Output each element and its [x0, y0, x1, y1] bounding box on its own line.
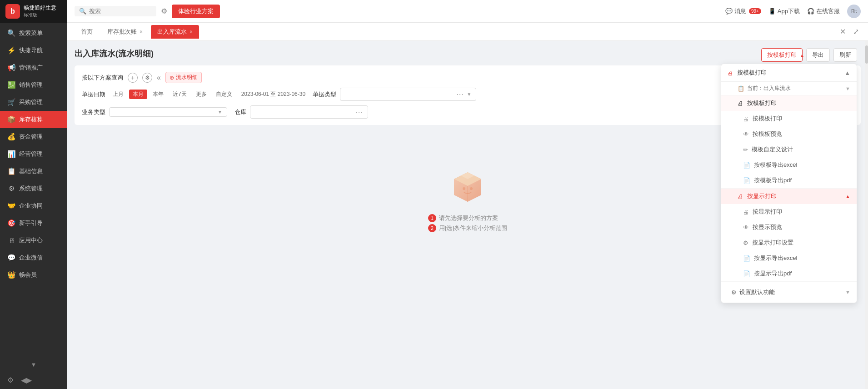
sidebar-item-inventory[interactable]: 📦 库存核算 — [0, 111, 67, 128]
display-print-header[interactable]: 🖨 按显示打印 ▲ — [721, 189, 857, 204]
display-section-collapse[interactable]: ▲ — [845, 194, 850, 199]
display-print-items: 🖨 按显示打印 👁 按显示预览 ⚙ 按显示打印设置 📄 按显示导出excel — [721, 204, 857, 281]
export-btn[interactable]: 导出 — [806, 48, 830, 62]
dropdown-header: 🖨 按模板打印 ▲ — [721, 64, 857, 82]
tab-in-out-flow-close[interactable]: × — [190, 29, 193, 35]
sidebar-item-guide[interactable]: 🎯 新手引导 — [0, 214, 67, 232]
message-btn[interactable]: 💬 消息 99+ — [725, 7, 761, 15]
sidebar-item-basic[interactable]: 📋 基础信息 — [0, 163, 67, 180]
right-scrollbar[interactable] — [865, 41, 868, 389]
sidebar-icon-sales: 💹 — [7, 81, 15, 89]
display-print-icon: 🖨 — [743, 209, 749, 215]
topbar-search-box[interactable]: 🔍 — [75, 6, 156, 16]
main-area: 🔍 ⚙ 体验行业方案 💬 消息 99+ 📱 App下载 🎧 在线客服 Rit — [67, 0, 868, 389]
print-template-btn[interactable]: 按模板打印 — [761, 48, 803, 62]
sidebar-label-member: 畅会员 — [19, 271, 37, 279]
sidebar-item-quick-nav[interactable]: ⚡ 快捷导航 — [0, 42, 67, 59]
shortcut-custom[interactable]: 自定义 — [212, 90, 236, 99]
refresh-btn[interactable]: 刷新 — [833, 48, 857, 62]
warehouse-group: 仓库 ⋯ — [234, 105, 368, 119]
sidebar-collapse-icon[interactable]: ◀▶ — [21, 376, 32, 384]
tab-batch-account[interactable]: 库存批次账 × — [101, 25, 149, 39]
display-pdf-icon: 📄 — [743, 270, 750, 277]
doc-type-select[interactable]: ⋯ ▼ — [340, 88, 476, 101]
sidebar-label-appstore: 应用中心 — [19, 236, 43, 244]
display-print-settings-item[interactable]: ⚙ 按显示打印设置 — [721, 235, 857, 250]
filter-collapse-btn[interactable]: « — [157, 74, 161, 82]
sidebar-item-wechat[interactable]: 💬 企业微信 — [0, 249, 67, 266]
display-preview-item[interactable]: 👁 按显示预览 — [721, 219, 857, 235]
display-export-pdf-item[interactable]: 📄 按显示导出pdf — [721, 266, 857, 281]
tab-home[interactable]: 首页 — [75, 25, 99, 39]
shortcut-this-year[interactable]: 本年 — [149, 90, 167, 99]
template-export-excel-item[interactable]: 📄 按模板导出excel — [721, 157, 857, 173]
filter-tag-liushui[interactable]: ⊕ 流水明细 — [165, 72, 202, 83]
sidebar-item-marketing[interactable]: 📢 营销推广 — [0, 59, 67, 76]
sidebar-item-finance[interactable]: 💰 资金管理 — [0, 128, 67, 145]
sidebar-label-basic: 基础信息 — [19, 167, 43, 175]
shortcut-more[interactable]: 更多 — [192, 90, 210, 99]
sidebar-label-system: 系统管理 — [19, 185, 43, 193]
online-service-btn[interactable]: 🎧 在线客服 — [807, 7, 840, 15]
dropdown-close-arrow[interactable]: ▲ — [844, 70, 850, 76]
sidebar-item-operation[interactable]: 📊 经营管理 — [0, 145, 67, 163]
sidebar-item-sales[interactable]: 💹 销售管理 — [0, 76, 67, 94]
template-pdf-icon: 📄 — [743, 177, 750, 184]
user-avatar[interactable]: Rit — [847, 5, 861, 18]
warehouse-select[interactable]: ⋯ — [250, 105, 368, 119]
display-print-item[interactable]: 🖨 按显示打印 — [721, 204, 857, 219]
template-preview-item[interactable]: 👁 按模板预览 — [721, 126, 857, 142]
sidebar-label-marketing: 营销推广 — [19, 64, 43, 72]
display-print-section: 🖨 按显示打印 ▲ 🖨 按显示打印 👁 按显示预览 ⚙ — [721, 189, 857, 282]
search-input[interactable] — [89, 8, 144, 15]
display-export-excel-item[interactable]: 📄 按显示导出excel — [721, 250, 857, 266]
template-section-title-row: 🖨 按模板打印 — [738, 99, 777, 107]
sidebar-item-appstore[interactable]: 🖥 应用中心 — [0, 232, 67, 249]
display-excel-icon: 📄 — [743, 255, 750, 262]
template-print-label: 按模板打印 — [753, 115, 782, 123]
date-filter-group: 单据日期 上月 本月 本年 近7天 更多 自定义 2023-06-01 至 20… — [82, 90, 305, 99]
sidebar-item-enterprise[interactable]: 🤝 企业协同 — [0, 197, 67, 214]
template-print-item[interactable]: 🖨 按模板打印 — [721, 111, 857, 126]
shortcut-last-month[interactable]: 上月 — [109, 90, 127, 99]
biz-type-group: 业务类型 ▼ — [82, 107, 227, 117]
svg-point-5 — [470, 187, 473, 190]
template-design-item[interactable]: ✏ 模板自定义设计 — [721, 142, 857, 157]
shortcut-this-month[interactable]: 本月 — [129, 90, 147, 99]
shortcut-7days[interactable]: 近7天 — [169, 90, 190, 99]
template-excel-icon: 📄 — [743, 162, 750, 169]
template-export-pdf-item[interactable]: 📄 按模板导出pdf — [721, 173, 857, 188]
doc-type-label: 单据类型 — [313, 90, 336, 99]
doc-type-group: 单据类型 ⋯ ▼ — [313, 88, 476, 101]
tab-in-out-flow[interactable]: 出入库流水 × — [151, 25, 199, 39]
sidebar-item-purchase[interactable]: 🛒 采购管理 — [0, 94, 67, 111]
sidebar-label-finance: 资金管理 — [19, 133, 43, 141]
empty-step-2: 2 用[选]条件来缩小分析范围 — [428, 224, 507, 232]
tab-expand-icon[interactable]: ⤢ — [851, 25, 861, 38]
sidebar-icon-system: ⚙ — [7, 185, 15, 193]
sidebar-scroll-down[interactable]: ▼ — [0, 359, 67, 371]
tab-minimize-icon[interactable]: ✕ — [838, 25, 848, 38]
sidebar-item-system[interactable]: ⚙ 系统管理 — [0, 180, 67, 197]
template-print-header[interactable]: 🖨 按模板打印 — [721, 95, 857, 111]
filter-add-btn[interactable]: + — [128, 73, 138, 83]
topbar-gear-icon[interactable]: ⚙ — [161, 7, 167, 15]
tab-batch-account-close[interactable]: × — [140, 29, 143, 35]
set-default-icon: ⚙ — [731, 289, 737, 296]
set-default-btn[interactable]: ⚙ 设置默认功能 — [728, 285, 778, 299]
print-dropdown-panel: 🖨 按模板打印 ▲ 📋 当前：出入库流水 ▼ 🖨 按模板打印 — [721, 64, 857, 303]
sidebar-icon-quick-nav: ⚡ — [7, 46, 15, 55]
sidebar-item-search[interactable]: 🔍 搜索菜单 — [0, 25, 67, 42]
date-shortcuts: 上月 本月 本年 近7天 更多 自定义 — [109, 90, 236, 99]
sidebar: b 畅捷通好生意 标准版 🔍 搜索菜单 ⚡ 快捷导航 📢 营销推广 💹 销售管理… — [0, 0, 67, 389]
headset-icon: 🎧 — [807, 8, 814, 15]
app-download-btn[interactable]: 📱 App下载 — [768, 7, 800, 15]
sidebar-settings-icon[interactable]: ⚙ — [7, 376, 14, 384]
svg-point-4 — [463, 187, 465, 190]
filter-settings-icon-btn[interactable]: ⚙ — [142, 73, 152, 83]
sidebar-item-member[interactable]: 👑 畅会员 — [0, 266, 67, 284]
sidebar-label-sales: 销售管理 — [19, 81, 43, 89]
industry-btn[interactable]: 体验行业方案 — [172, 5, 220, 18]
biz-type-select[interactable]: ▼ — [109, 107, 227, 117]
online-service-label: 在线客服 — [816, 7, 840, 15]
